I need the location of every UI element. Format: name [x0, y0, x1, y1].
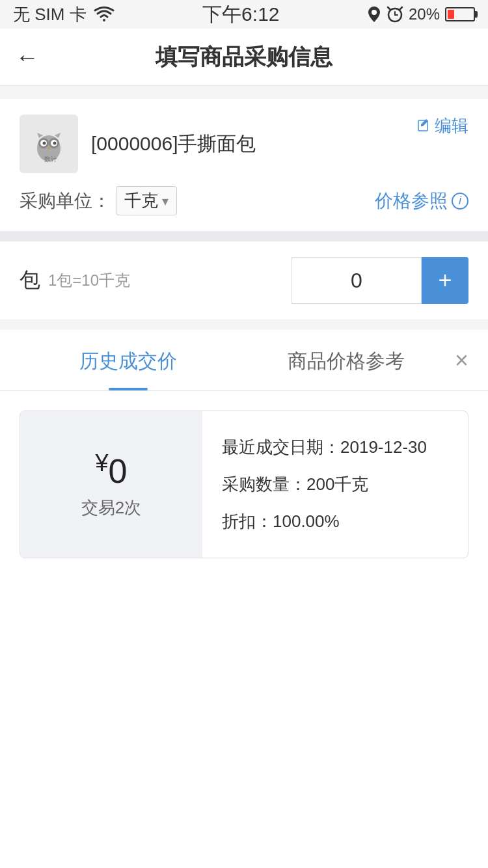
tab-content: ¥0 交易2次 最近成交日期：2019-12-30 采购数量：200千克 折扣：…	[0, 391, 488, 578]
tab-history-price[interactable]: 历史成交价	[20, 330, 237, 390]
tab-product-price-label: 商品价格参考	[288, 350, 405, 372]
purchase-qty-label: 采购数量：	[222, 474, 306, 494]
quantity-input[interactable]	[291, 257, 422, 304]
page-rest	[0, 578, 488, 868]
status-right: 20%	[367, 5, 475, 23]
nav-bar: ← 填写商品采购信息	[0, 29, 488, 86]
recent-date-row: 最近成交日期：2019-12-30	[222, 435, 448, 460]
section-divider	[0, 231, 488, 241]
unit-value: 千克	[124, 189, 158, 212]
product-name: [0000006]手撕面包	[91, 131, 256, 157]
tabs-close-button[interactable]: ×	[455, 336, 468, 385]
unit-conversion: 1包=10千克	[48, 270, 130, 291]
svg-text:数计: 数计	[44, 156, 57, 163]
quantity-row: 包 1包=10千克 +	[0, 241, 488, 319]
info-icon: i	[452, 193, 468, 210]
purchase-qty-row: 采购数量：200千克	[222, 472, 448, 497]
edit-icon	[416, 118, 432, 134]
edit-label: 编辑	[435, 115, 468, 137]
svg-point-0	[372, 10, 377, 15]
location-icon	[367, 5, 381, 23]
tabs-panel: 历史成交价 商品价格参考 × ¥0 交易2次 最近成交日期：2019-12-30…	[0, 330, 488, 578]
tab-history-price-label: 历史成交价	[79, 350, 177, 372]
discount-label: 折扣：	[222, 511, 273, 531]
wifi-icon	[93, 6, 115, 23]
tabs-header: 历史成交价 商品价格参考 ×	[0, 330, 488, 391]
status-bar: 无 SIM 卡 下午6:12 20%	[0, 0, 488, 29]
chevron-down-icon: ▾	[162, 193, 169, 209]
currency-symbol: ¥	[96, 450, 109, 476]
unit-select[interactable]: 千克 ▾	[116, 186, 177, 215]
discount-row: 折扣：100.00%	[222, 509, 448, 534]
battery-icon	[445, 7, 475, 21]
price-value: 0	[109, 453, 128, 491]
transaction-left: ¥0 交易2次	[20, 411, 202, 558]
alarm-icon	[386, 6, 403, 23]
plus-icon: +	[438, 267, 452, 294]
svg-point-10	[53, 142, 57, 145]
unit-label: 采购单位：	[20, 189, 111, 213]
product-card: 数计 [0000006]手撕面包 编辑 采购单位： 千克 ▾ 价格参照 i	[0, 99, 488, 231]
transaction-right: 最近成交日期：2019-12-30 采购数量：200千克 折扣：100.00%	[202, 411, 468, 558]
edit-button[interactable]: 编辑	[416, 115, 468, 137]
svg-marker-13	[55, 133, 61, 138]
transaction-card: ¥0 交易2次 最近成交日期：2019-12-30 采购数量：200千克 折扣：…	[20, 411, 468, 558]
price-ref-button[interactable]: 价格参照 i	[375, 189, 468, 213]
product-image: 数计	[20, 115, 78, 173]
quantity-input-group: +	[291, 257, 468, 304]
status-time: 下午6:12	[202, 1, 279, 28]
status-left: 无 SIM 卡	[13, 3, 115, 26]
transaction-price: ¥0	[96, 450, 128, 491]
recent-date-label: 最近成交日期：	[222, 437, 340, 457]
tab-product-price[interactable]: 商品价格参考	[237, 330, 454, 390]
discount-value: 100.00%	[273, 511, 340, 531]
unit-tag: 包	[20, 266, 40, 295]
purchase-qty-value: 200千克	[306, 474, 368, 494]
product-thumbnail: 数计	[26, 121, 72, 167]
recent-date-value: 2019-12-30	[340, 437, 427, 457]
transaction-count: 交易2次	[81, 496, 141, 519]
battery-percent: 20%	[409, 5, 440, 23]
svg-marker-12	[37, 133, 43, 138]
carrier-text: 无 SIM 卡	[13, 3, 87, 26]
page-title: 填写商品采购信息	[156, 42, 332, 72]
svg-point-9	[43, 142, 46, 145]
back-button[interactable]: ←	[16, 44, 39, 71]
price-ref-label: 价格参照	[375, 189, 448, 213]
quantity-plus-button[interactable]: +	[422, 257, 468, 304]
